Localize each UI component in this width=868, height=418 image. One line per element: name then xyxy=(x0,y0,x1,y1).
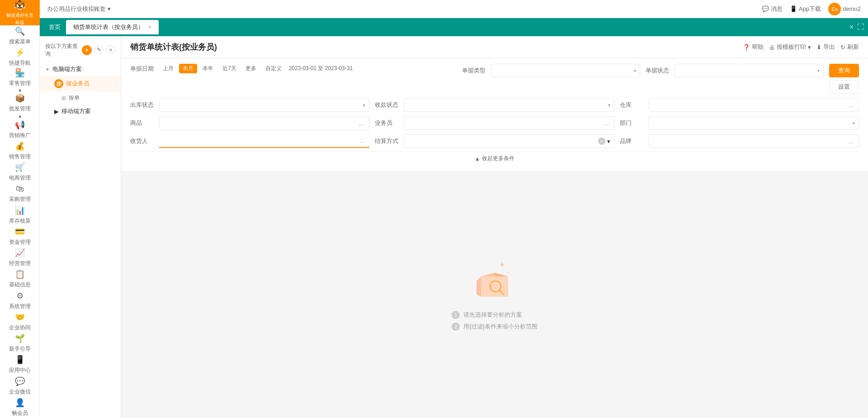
ship-status-select[interactable]: ▾ xyxy=(159,98,369,112)
refresh-icon: ↻ xyxy=(840,44,845,51)
home-tab-label: 首页 xyxy=(49,24,61,30)
doc-status-select[interactable]: ▾ xyxy=(675,64,824,77)
this-year-btn[interactable]: 本年 xyxy=(199,64,217,73)
main-content: ✦ ✦ 1 请先选择要分析的方案 2 xyxy=(121,171,868,418)
sidebar-item-wholesale[interactable]: 📦 批发管理 ▴ xyxy=(0,94,40,119)
print-arrow: ▾ xyxy=(808,44,811,51)
payment-status-label: 收款状态 xyxy=(375,101,400,109)
doc-type-select[interactable]: ▾ xyxy=(491,64,640,77)
sidebar-item-collab[interactable]: 🤝 企业协同 xyxy=(0,311,40,332)
salesperson-scheme-item[interactable]: 按 按业务员 xyxy=(40,76,121,91)
export-btn[interactable]: ⬇ 导出 xyxy=(816,43,835,51)
settlement-select[interactable]: × ▾ xyxy=(404,134,614,148)
last-month-btn[interactable]: 上月 xyxy=(159,64,177,73)
mobile-scheme-arrow: ▶ xyxy=(54,108,59,115)
sidebar-item-search[interactable]: 🔍 搜索菜单 xyxy=(0,25,40,47)
more-btn[interactable]: 更多 xyxy=(242,64,260,73)
help-btn[interactable]: ❓ 帮助 xyxy=(743,43,764,51)
sidebar-item-label: 畅会员 xyxy=(12,409,28,417)
tab-active[interactable]: 销货单统计表（按业务员） × xyxy=(66,20,159,34)
user-area[interactable]: Ea demo2 xyxy=(828,3,861,15)
this-month-btn[interactable]: 本月 xyxy=(179,64,197,73)
print-btn[interactable]: 🖨 按模板打印 ▾ xyxy=(769,43,811,51)
left-panel-header: 按以下方案查询 + ✎ « xyxy=(40,40,121,61)
dept-label: 部门 xyxy=(620,119,645,127)
collapse-panel-btn[interactable]: « xyxy=(106,45,115,54)
apps-icon: 📱 xyxy=(15,355,25,365)
salesperson-icon: 按 xyxy=(54,79,63,88)
sidebar-item-retail[interactable]: 🏪 零售管理 ▾ xyxy=(0,68,40,94)
sidebar-item-purchase[interactable]: 🛍 采购管理 xyxy=(0,183,40,204)
top-header: 办公用品行业模拟账套 ▾ 💬 消息 📱 App下载 Ea demo2 xyxy=(40,0,868,18)
warehouse-select[interactable]: … xyxy=(649,98,859,112)
help-label: 帮助 xyxy=(752,43,764,51)
msg-btn[interactable]: 💬 消息 xyxy=(762,5,783,13)
refresh-btn[interactable]: ↻ 刷新 xyxy=(840,43,859,51)
dept-arrow: ▾ xyxy=(853,121,855,126)
tab-bar-right: × ⛶ xyxy=(849,23,864,31)
app-download-btn[interactable]: 📱 App下载 xyxy=(790,5,821,13)
refresh-label: 刷新 xyxy=(847,43,859,51)
sidebar-item-label: 快捷导航 xyxy=(9,59,31,67)
sidebar-item-apps[interactable]: 📱 应用中心 xyxy=(0,354,40,375)
app-download-icon: 📱 xyxy=(790,5,797,12)
dept-select[interactable]: ▾ xyxy=(649,116,859,130)
tab-close-btn[interactable]: × xyxy=(148,24,151,30)
payment-status-select[interactable]: ▾ xyxy=(404,98,614,112)
doc-type-label: 单据类型 xyxy=(462,66,487,75)
query-btn[interactable]: 查询 xyxy=(829,64,859,77)
sidebar-logo[interactable]: 🐯 畅捷通好生意 标版 xyxy=(0,0,40,25)
hint2-text: 用[过滤]条件来缩小分析范围 xyxy=(463,323,537,331)
custom-btn[interactable]: 自定义 xyxy=(262,64,285,73)
sidebar-item-label: 新手引导 xyxy=(9,345,31,353)
sidebar-item-member[interactable]: 👤 畅会员 xyxy=(0,397,40,418)
mobile-scheme-group[interactable]: ▶ 移动端方案 xyxy=(40,104,121,118)
sidebar-item-ecommerce[interactable]: 🛒 电商管理 xyxy=(0,162,40,183)
edit-scheme-btn[interactable]: ✎ xyxy=(94,45,104,54)
tab-home[interactable]: 首页 xyxy=(43,23,66,31)
left-panel-actions: + ✎ « xyxy=(82,45,115,55)
wechat-icon: 💬 xyxy=(15,376,25,386)
doc-status-label: 单据状态 xyxy=(646,66,671,75)
sidebar-item-marketing[interactable]: 📢 营销推广 xyxy=(0,119,40,140)
sidebar-item-quick-nav[interactable]: ⚡ 快捷导航 xyxy=(0,47,40,68)
breadcrumb-dropdown[interactable]: 办公用品行业模拟账套 ▾ xyxy=(47,5,111,13)
set-btn[interactable]: 设置 xyxy=(829,80,859,94)
receiver-label: 收货人 xyxy=(130,137,156,145)
salesperson-select[interactable]: … xyxy=(404,116,614,130)
pc-scheme-header[interactable]: ▼ 电脑端方案 xyxy=(40,62,121,76)
sidebar-item-label: 资金管理 xyxy=(9,238,31,246)
collapse-label: 收起更多条件 xyxy=(482,155,514,162)
sidebar-item-system[interactable]: ⚙ 系统管理 xyxy=(0,290,40,311)
hint2-num: 2 xyxy=(452,323,460,331)
sidebar-item-label: 应用中心 xyxy=(9,366,31,374)
sidebar-item-wechat[interactable]: 💬 企业微信 xyxy=(0,375,40,397)
receiver-select[interactable]: … xyxy=(159,134,369,148)
product-label: 商品 xyxy=(130,119,156,127)
fullscreen-btn[interactable]: ⛶ xyxy=(857,23,864,31)
member-icon: 👤 xyxy=(15,398,25,408)
purchase-icon: 🛍 xyxy=(16,184,24,194)
left-panel: 按以下方案查询 + ✎ « ▼ 电脑端方案 按 按业务员 ⊞ 按单 xyxy=(40,36,121,418)
sidebar-item-finance[interactable]: 💳 资金管理 xyxy=(0,226,40,247)
sidebar-item-sales[interactable]: 💰 销售管理 xyxy=(0,140,40,162)
close-window-btn[interactable]: × xyxy=(849,23,854,31)
settlement-clear-btn[interactable]: × xyxy=(598,138,605,145)
sidebar-item-basics[interactable]: 📋 基础信息 xyxy=(0,268,40,290)
add-scheme-btn[interactable]: + xyxy=(82,45,92,55)
sidebar-item-label: 库存核算 xyxy=(9,217,31,225)
by-order-sub-item[interactable]: ⊞ 按单 xyxy=(40,91,121,104)
by-order-label: 按单 xyxy=(69,94,80,102)
logo-text: 畅捷通好生意 xyxy=(6,12,33,19)
svg-rect-0 xyxy=(481,276,508,297)
doc-type-arrow: ▾ xyxy=(634,68,636,73)
product-select[interactable]: … xyxy=(159,116,369,130)
collapse-bar[interactable]: ▲ 收起更多条件 xyxy=(130,152,859,165)
brand-label: 品牌 xyxy=(620,137,645,145)
sidebar-item-newbie[interactable]: 🌱 新手引导 xyxy=(0,332,40,354)
brand-select[interactable]: … xyxy=(649,134,859,148)
sidebar-item-business[interactable]: 📈 经营管理 xyxy=(0,247,40,268)
sidebar-item-inventory[interactable]: 📊 库存核算 xyxy=(0,204,40,226)
last7-btn[interactable]: 近7天 xyxy=(219,64,240,73)
empty-hint-1: 1 请先选择要分析的方案 xyxy=(452,311,537,319)
